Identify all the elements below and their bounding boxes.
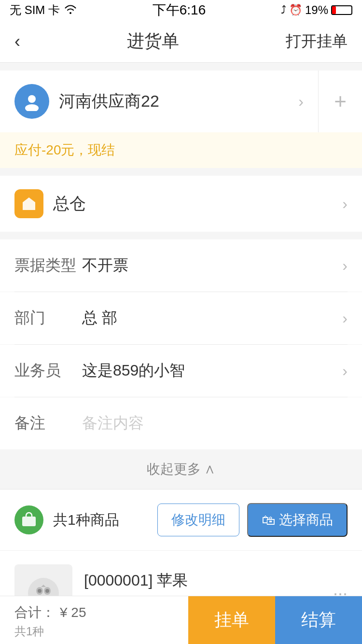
status-right: ⤴ ⏰ 19% (281, 3, 352, 17)
total-label: 合计： (14, 605, 55, 620)
select-product-icon: 🛍 (262, 512, 275, 528)
remark-label: 备注 (14, 413, 82, 434)
svg-point-0 (28, 95, 36, 103)
salesperson-chevron-icon: › (342, 362, 348, 380)
salesperson-label: 业务员 (14, 360, 82, 381)
department-value: 总 部 (82, 308, 337, 329)
collapse-label: 收起更多 ∧ (147, 460, 216, 478)
svg-point-6 (38, 589, 42, 593)
total-count: 共1种 (14, 624, 174, 639)
remark-row: 备注 备注内容 (0, 397, 362, 449)
invoice-type-value: 不开票 (82, 255, 337, 276)
hold-button[interactable]: 挂单 (188, 596, 275, 644)
collapse-button[interactable]: 收起更多 ∧ (0, 449, 362, 489)
back-button[interactable]: ‹ (14, 31, 20, 52)
nav-bar: ‹ 进货单 打开挂单 (0, 20, 362, 63)
total-amount: 合计： ¥ 25 (14, 601, 174, 622)
notice-bar: 应付-20元，现结 (0, 132, 362, 168)
status-left: 无 SIM 卡 (10, 2, 77, 18)
edit-detail-button[interactable]: 修改明细 (157, 504, 239, 536)
status-bar: 无 SIM 卡 下午6:16 ⤴ ⏰ 19% (0, 0, 362, 20)
status-time: 下午6:16 (153, 1, 206, 19)
open-hold-button[interactable]: 打开挂单 (286, 31, 348, 52)
checkout-button[interactable]: 结算 (275, 596, 362, 644)
select-product-label: 选择商品 (279, 511, 333, 529)
battery-percent: 19% (305, 3, 328, 17)
product-name: [0000001] 苹果 (84, 570, 333, 591)
salesperson-value: 这是859的小智 (82, 360, 337, 381)
department-chevron-icon: › (342, 309, 348, 327)
page-title: 进货单 (127, 29, 179, 53)
department-row[interactable]: 部门 总 部 › (0, 292, 362, 344)
svg-point-1 (25, 104, 39, 111)
total-value: ¥ 25 (60, 605, 86, 620)
invoice-type-label: 票据类型 (14, 255, 82, 276)
product-title: 苹果 (157, 572, 188, 589)
supplier-name: 河南供应商22 (59, 90, 293, 112)
supplier-section: 河南供应商22 › + (0, 70, 362, 132)
alarm-icon: ⏰ (289, 4, 302, 16)
svg-point-7 (45, 589, 49, 593)
wifi-icon (64, 3, 77, 17)
add-supplier-button[interactable]: + (319, 70, 362, 132)
supplier-selector[interactable]: 河南供应商22 › (0, 70, 319, 132)
department-label: 部门 (14, 308, 82, 329)
invoice-type-row[interactable]: 票据类型 不开票 › (0, 239, 362, 292)
remark-input[interactable]: 备注内容 (82, 413, 348, 434)
notice-text: 应付-20元，现结 (14, 142, 115, 157)
svg-rect-2 (22, 517, 36, 526)
supplier-avatar (14, 84, 49, 119)
location-icon: ⤴ (281, 4, 286, 16)
bottom-bar: 合计： ¥ 25 共1种 挂单 结算 (0, 596, 362, 644)
select-product-button[interactable]: 🛍 选择商品 (247, 503, 348, 537)
invoice-type-chevron-icon: › (342, 257, 348, 275)
warehouse-icon (14, 189, 43, 218)
warehouse-chevron-icon: › (342, 195, 348, 213)
salesperson-row[interactable]: 业务员 这是859的小智 › (0, 345, 362, 397)
bottom-total: 合计： ¥ 25 共1种 (0, 596, 188, 644)
warehouse-name: 总仓 (53, 193, 337, 215)
battery-icon (331, 5, 352, 15)
carrier-text: 无 SIM 卡 (10, 2, 60, 18)
divider-3 (0, 232, 362, 239)
divider-2 (0, 168, 362, 176)
supplier-chevron-icon: › (298, 93, 304, 111)
products-icon (14, 505, 43, 534)
products-header: 共1种商品 修改明细 🛍 选择商品 (0, 489, 362, 550)
product-code: [0000001] (84, 572, 153, 589)
divider-1 (0, 63, 362, 70)
products-count: 共1种商品 (53, 510, 157, 530)
warehouse-selector[interactable]: 总仓 › (0, 176, 362, 232)
